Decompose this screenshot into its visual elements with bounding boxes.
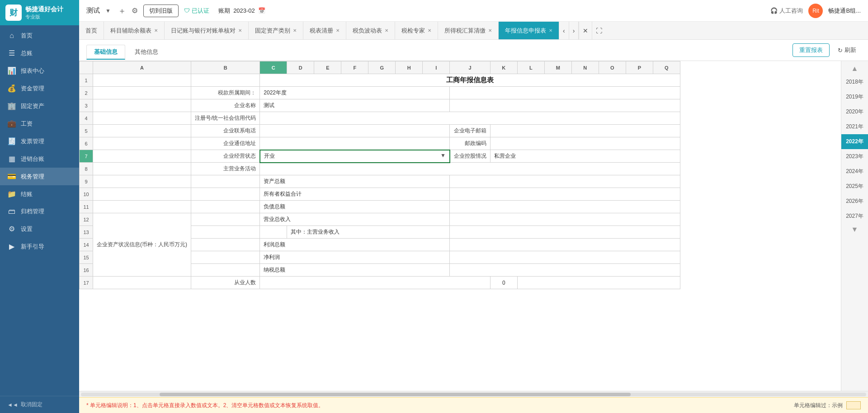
reset-report-button[interactable]: 重置报表 xyxy=(793,43,830,57)
year-item-2019[interactable]: 2019年 xyxy=(841,89,868,104)
cell-6K[interactable] xyxy=(490,137,680,150)
spreadsheet-scroll[interactable]: A B C D E F G H I J xyxy=(79,61,841,391)
tab-fixed-assets-type-close-icon[interactable]: ✕ xyxy=(293,28,297,33)
cell-5J[interactable]: 企业电子邮箱 xyxy=(450,125,491,137)
sidebar-item-wages[interactable]: 💼 工资 xyxy=(0,115,79,132)
col-header-Q[interactable]: Q xyxy=(653,61,680,74)
topbar-gear-icon[interactable]: ⚙ xyxy=(132,6,138,15)
year-item-2022[interactable]: 2022年 xyxy=(841,134,868,149)
cell-14C[interactable]: 利润总额 xyxy=(260,239,450,251)
tab-next-arrow[interactable]: › xyxy=(569,22,579,39)
sidebar-item-archive[interactable]: 🗃 归档管理 xyxy=(0,203,79,220)
col-header-P[interactable]: P xyxy=(626,61,653,74)
cell-10A[interactable] xyxy=(93,188,191,201)
topbar-dropdown-icon[interactable]: ▼ xyxy=(105,8,111,14)
col-header-F[interactable]: F xyxy=(341,61,368,74)
collapse-sidebar-button[interactable]: ◄◄ 取消固定 xyxy=(0,396,79,413)
cell-4C[interactable] xyxy=(260,112,680,125)
cell-5A[interactable] xyxy=(93,125,191,137)
cell-13D[interactable]: 其中：主营业务收入 xyxy=(287,226,450,239)
cell-11C[interactable]: 负债总额 xyxy=(260,201,450,213)
tab-expand-button[interactable]: ⛶ xyxy=(592,22,606,39)
year-item-2018[interactable]: 2018年 xyxy=(841,75,868,89)
cell-9J[interactable] xyxy=(450,175,680,188)
cell-4A[interactable] xyxy=(93,112,191,125)
customer-service-button[interactable]: 🎧 人工咨询 xyxy=(770,7,803,15)
col-header-L[interactable]: L xyxy=(517,61,544,74)
cell-6B[interactable]: 企业通信地址 xyxy=(191,137,260,150)
year-scroll-up-button[interactable]: ▲ xyxy=(849,63,860,75)
col-header-K[interactable]: K xyxy=(490,61,517,74)
cell-12J[interactable] xyxy=(450,213,680,226)
cell-3A[interactable] xyxy=(93,99,191,112)
year-scroll-down-button[interactable]: ▼ xyxy=(849,224,860,235)
tab-tax-fluctuation[interactable]: 税负波动表 ✕ xyxy=(346,22,395,39)
cell-12A-merged[interactable]: 企业资产状况信息(币种：人民币万元) xyxy=(93,213,191,277)
sidebar-item-ledger[interactable]: ☰ 总账 xyxy=(0,44,79,62)
year-item-2027[interactable]: 2027年 xyxy=(841,209,868,224)
cell-16B[interactable] xyxy=(191,264,260,277)
h-scroll-thumb[interactable] xyxy=(160,393,631,396)
cell-7A[interactable] xyxy=(93,150,191,163)
cell-6J[interactable]: 邮政编码 xyxy=(450,137,491,150)
cell-14B[interactable] xyxy=(191,239,260,251)
year-item-2026[interactable]: 2026年 xyxy=(841,194,868,209)
col-header-B[interactable]: B xyxy=(191,61,260,74)
col-header-G[interactable]: G xyxy=(368,61,396,74)
col-header-H[interactable]: H xyxy=(396,61,423,74)
cell-5C[interactable] xyxy=(260,125,450,137)
horizontal-scrollbar[interactable] xyxy=(79,391,868,397)
tab-close-all-button[interactable]: ✕ xyxy=(579,22,592,39)
col-header-J[interactable]: J xyxy=(450,61,491,74)
sidebar-item-reports[interactable]: 📊 报表中心 xyxy=(0,62,79,80)
sidebar-item-funds[interactable]: 💰 资金管理 xyxy=(0,80,79,97)
cell-10B[interactable] xyxy=(191,188,260,201)
cell-1B[interactable] xyxy=(191,74,260,87)
switch-old-version-button[interactable]: 切到旧版 xyxy=(143,5,179,17)
cell-16C[interactable]: 纳税总额 xyxy=(260,264,450,277)
col-header-C[interactable]: C xyxy=(260,61,287,74)
cell-7B[interactable]: 企业经营状态 xyxy=(191,150,260,163)
col-header-D[interactable]: D xyxy=(287,61,314,74)
cell-3B[interactable]: 企业名称 xyxy=(191,99,260,112)
sidebar-item-invoices[interactable]: 🧾 发票管理 xyxy=(0,132,79,150)
col-header-M[interactable]: M xyxy=(544,61,571,74)
tab-income-tax-close-icon[interactable]: ✕ xyxy=(488,28,492,33)
sidebar-item-settings[interactable]: ⚙ 设置 xyxy=(0,220,79,238)
tab-annual-report[interactable]: 年报信息申报表 ✕ xyxy=(499,22,559,39)
col-header-N[interactable]: N xyxy=(571,61,599,74)
tab-fixed-assets-type[interactable]: 固定资产类别 ✕ xyxy=(249,22,303,39)
year-item-2024[interactable]: 2024年 xyxy=(841,164,868,179)
cell-9C[interactable]: 资产总额 xyxy=(260,175,450,188)
col-header-E[interactable]: E xyxy=(314,61,341,74)
sidebar-item-inventory[interactable]: ▦ 进销台账 xyxy=(0,150,79,168)
cell-17K[interactable]: 0 xyxy=(490,277,517,289)
tab-prev-arrow[interactable]: ‹ xyxy=(559,22,569,39)
username-label[interactable]: 畅捷通B组... xyxy=(828,7,861,15)
tab-home[interactable]: 首页 xyxy=(79,22,104,39)
tab-journal-bank-close-icon[interactable]: ✕ xyxy=(238,28,242,33)
year-item-2023[interactable]: 2023年 xyxy=(841,149,868,164)
cell-6A[interactable] xyxy=(93,137,191,150)
dropdown-arrow-icon[interactable]: ▼ xyxy=(440,152,446,159)
sub-tab-other[interactable]: 其他信息 xyxy=(127,45,166,60)
cell-9B[interactable] xyxy=(191,175,260,188)
topbar-add-icon[interactable]: ＋ xyxy=(118,5,126,16)
year-item-2020[interactable]: 2020年 xyxy=(841,104,868,119)
tab-aux-balance-close-icon[interactable]: ✕ xyxy=(154,28,158,33)
cell-8B[interactable]: 主营业务活动 xyxy=(191,163,260,175)
sidebar-item-tax[interactable]: 💳 税务管理 xyxy=(0,168,79,185)
cell-7C-dropdown[interactable]: 开业 ▼ xyxy=(260,150,450,163)
sidebar-item-assets[interactable]: 🏢 固定资产 xyxy=(0,97,79,115)
cell-16J[interactable] xyxy=(450,264,680,277)
sidebar-item-closing[interactable]: 📁 结账 xyxy=(0,185,79,203)
cell-12B[interactable] xyxy=(191,213,260,226)
cell-3C[interactable]: 测试 xyxy=(260,99,450,112)
cell-13B[interactable] xyxy=(191,226,260,239)
tab-tax-clearance[interactable]: 税表清册 ✕ xyxy=(303,22,346,39)
cell-17A[interactable] xyxy=(93,277,191,289)
cell-17L[interactable] xyxy=(517,277,680,289)
cell-12C[interactable]: 营业总收入 xyxy=(260,213,450,226)
sidebar-item-home[interactable]: ⌂ 首页 xyxy=(0,27,79,44)
tab-tax-fluctuation-close-icon[interactable]: ✕ xyxy=(385,28,388,33)
